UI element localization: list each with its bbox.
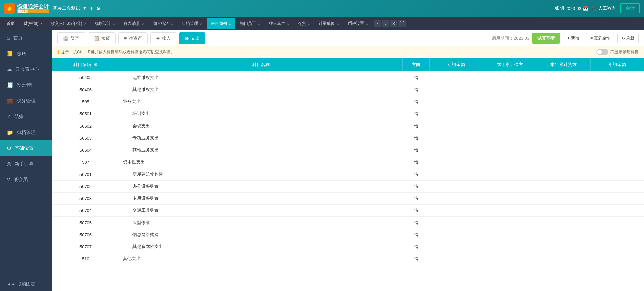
tab-currency[interactable]: 币种设置 × bbox=[344, 18, 372, 29]
table-row[interactable]: 505业务支出借 bbox=[52, 96, 644, 108]
tab-income-annual[interactable]: 收入支出表(年报) × bbox=[47, 18, 90, 29]
td-direction: 借 bbox=[402, 204, 429, 216]
td-code: 50707 bbox=[52, 241, 119, 253]
add-company-icon[interactable]: + bbox=[90, 5, 93, 11]
calc-balance-button[interactable]: 试算平衡 bbox=[532, 33, 560, 44]
sidebar-item-tax[interactable]: 💼 税务管理 bbox=[0, 93, 52, 109]
table-row[interactable]: 50704交通工具购置借 bbox=[52, 204, 644, 216]
table-row[interactable]: 50701房屋建筑物购建借 bbox=[52, 168, 644, 180]
sidebar-item-invoice[interactable]: 🧾 发票管理 bbox=[0, 77, 52, 93]
td-code: 50701 bbox=[52, 168, 119, 180]
tab-expand[interactable]: ⛶ bbox=[398, 20, 406, 27]
support-button[interactable]: 🎧 人工咨询 bbox=[592, 5, 616, 11]
tab-dept-employee-close[interactable]: × bbox=[258, 21, 260, 26]
cloud-icon: ☁ bbox=[7, 66, 12, 72]
sidebar-item-archive[interactable]: 📁 归档管理 bbox=[0, 125, 52, 140]
td-annual-debit bbox=[483, 192, 537, 204]
tab-unit-measure[interactable]: 计量单位 × bbox=[315, 18, 343, 29]
sub-tab-net-asset[interactable]: ≡ 净资产 bbox=[118, 32, 148, 44]
tab-archive[interactable]: 归档管理 × bbox=[178, 18, 206, 29]
sub-tab-income[interactable]: ⊕ 收入 bbox=[150, 32, 176, 44]
gear-icon[interactable]: ⚙ bbox=[94, 62, 98, 67]
sub-tab-expense[interactable]: ⊕ 支出 bbox=[179, 32, 205, 44]
settings-icon[interactable]: ⚙ bbox=[96, 6, 101, 11]
td-balance bbox=[429, 229, 483, 241]
sidebar-collapse-button[interactable]: ◄◄ 取消固定 bbox=[0, 277, 52, 291]
table-row[interactable]: 507资本性支出借 bbox=[52, 156, 644, 168]
tab-income-annual-close[interactable]: × bbox=[84, 21, 86, 26]
table-row[interactable]: 50405运维维权支出借 bbox=[52, 71, 644, 84]
calendar-icon[interactable]: 📅 bbox=[583, 6, 588, 11]
dropdown-icon[interactable]: ▼ bbox=[83, 6, 87, 11]
tab-inventory-close[interactable]: × bbox=[308, 21, 310, 26]
table-row[interactable]: 50502会议支出借 bbox=[52, 120, 644, 132]
table-row[interactable]: 510其他支出借 bbox=[52, 253, 644, 265]
sub-tab-liability[interactable]: 📋 负债 bbox=[88, 32, 116, 44]
table-row[interactable]: 50406其他维权支出借 bbox=[52, 84, 644, 96]
tab-template-design[interactable]: 模版设计 × bbox=[91, 18, 119, 29]
table-container[interactable]: 科目编码 ⚙ 科目名称 方向 期初余额 本年累计借方 本年累计贷方 年初余额 5… bbox=[52, 58, 644, 291]
sidebar-cloud-report-label: 云报表中心 bbox=[15, 66, 39, 72]
td-code: 50501 bbox=[52, 108, 119, 120]
td-code: 50405 bbox=[52, 71, 119, 84]
tab-report-interim-label: 财(中期) bbox=[23, 21, 38, 27]
tab-archive-close[interactable]: × bbox=[200, 21, 202, 26]
account-button[interactable]: 会计 bbox=[620, 3, 640, 13]
sidebar-item-ledger[interactable]: 📒 总账 bbox=[0, 46, 52, 61]
sidebar-item-guide[interactable]: ◎ 新手引导 bbox=[0, 156, 52, 172]
tab-close-all[interactable]: ✕ bbox=[390, 20, 397, 27]
tab-period-end-close[interactable]: × bbox=[171, 21, 173, 26]
toggle-disabled-switch[interactable] bbox=[596, 49, 608, 55]
table-row[interactable]: 50705大型修缮借 bbox=[52, 216, 644, 229]
tab-dept-employee[interactable]: 部门员工 × bbox=[236, 18, 264, 29]
more-button[interactable]: ≡ 更多操作 bbox=[586, 33, 614, 43]
tab-report-interim[interactable]: 财(中期) × bbox=[19, 18, 46, 29]
refresh-button[interactable]: ↻ 刷新 bbox=[617, 33, 639, 43]
td-direction: 借 bbox=[402, 156, 429, 168]
table-row[interactable]: 50504其他业务支出借 bbox=[52, 144, 644, 156]
td-direction: 借 bbox=[402, 71, 429, 84]
tab-tax-clear-label: 税表清册 bbox=[124, 21, 140, 27]
tab-home[interactable]: 首页 bbox=[3, 18, 19, 29]
tab-account-initial-close[interactable]: × bbox=[229, 21, 231, 26]
tab-period-end[interactable]: 期末结转 × bbox=[149, 18, 177, 29]
td-name: 资本性支出 bbox=[119, 156, 402, 168]
td-direction: 借 bbox=[402, 216, 429, 229]
td-name: 运维维权支出 bbox=[119, 71, 402, 84]
sidebar-item-vip[interactable]: V 畅会员 bbox=[0, 172, 52, 187]
tab-counterparty[interactable]: 往来单位 × bbox=[265, 18, 293, 29]
sub-tab-liability-label: 负债 bbox=[101, 35, 110, 41]
sub-tab-asset[interactable]: 🏢 资产 bbox=[57, 32, 85, 44]
tab-nav-next[interactable]: › bbox=[382, 20, 389, 27]
income-icon: ⊕ bbox=[156, 36, 160, 41]
sidebar-item-cloud-report[interactable]: ☁ 云报表中心 bbox=[0, 61, 52, 77]
tab-tax-clear[interactable]: 税表清册 × bbox=[120, 18, 148, 29]
tab-tax-clear-close[interactable]: × bbox=[142, 21, 144, 26]
td-name: 业务支出 bbox=[119, 96, 402, 108]
sidebar-item-settlement[interactable]: ✓ 结账 bbox=[0, 109, 52, 125]
header-company[interactable]: 基层工会测试 ▼ + ⚙ bbox=[52, 5, 552, 11]
table-row[interactable]: 50702办公设备购置借 bbox=[52, 180, 644, 192]
table-row[interactable]: 50706信息网络购建借 bbox=[52, 229, 644, 241]
table-row[interactable]: 50707其他资本性支出借 bbox=[52, 241, 644, 253]
td-code: 50702 bbox=[52, 180, 119, 192]
table-row[interactable]: 50501培训支出借 bbox=[52, 108, 644, 120]
tab-account-initial-label: 科目期初 bbox=[211, 21, 227, 27]
tab-report-interim-close[interactable]: × bbox=[40, 21, 42, 26]
td-name: 办公设备购置 bbox=[119, 180, 402, 192]
tab-template-design-close[interactable]: × bbox=[113, 21, 115, 26]
tab-counterparty-close[interactable]: × bbox=[287, 21, 289, 26]
tab-account-initial[interactable]: 科目期初 × bbox=[207, 18, 235, 29]
tab-nav-prev[interactable]: ‹ bbox=[374, 20, 381, 27]
tab-template-design-label: 模版设计 bbox=[95, 21, 111, 27]
sidebar-item-home[interactable]: ⌂ 首页 bbox=[0, 30, 52, 46]
tax-icon: 💼 bbox=[7, 98, 13, 104]
td-balance bbox=[429, 168, 483, 180]
table-row[interactable]: 50703专用设备购置借 bbox=[52, 192, 644, 204]
tab-currency-close[interactable]: × bbox=[366, 21, 368, 26]
sidebar-item-basic-settings[interactable]: ⚙ 基础设置 bbox=[0, 140, 52, 156]
add-button[interactable]: + 新增 bbox=[563, 33, 583, 43]
tab-inventory[interactable]: 存货 × bbox=[294, 18, 314, 29]
tab-unit-measure-close[interactable]: × bbox=[337, 21, 339, 26]
table-row[interactable]: 50503专项业务支出借 bbox=[52, 132, 644, 144]
